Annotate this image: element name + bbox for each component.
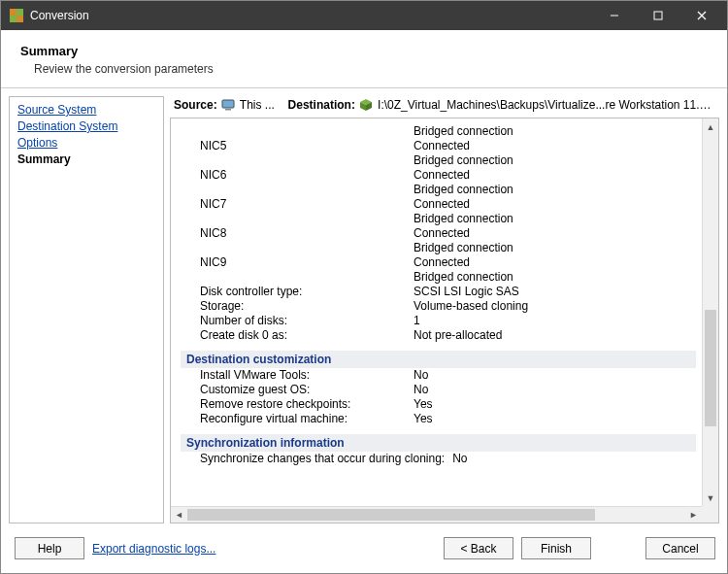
row-value: Yes (414, 397, 696, 412)
window-title: Conversion (30, 9, 592, 22)
table-row: Customize guest OS:No (181, 383, 696, 397)
table-row: NIC5Connected (181, 139, 696, 153)
vm-cube-icon (359, 98, 374, 112)
svg-rect-1 (17, 9, 23, 16)
destination-label: Destination: (288, 98, 355, 112)
vertical-scrollbar[interactable]: ▲ ▼ (702, 118, 718, 506)
conversion-window: Conversion Summary Review the conversion… (0, 0, 728, 574)
titlebar: Conversion (1, 1, 727, 30)
row-label (181, 183, 414, 197)
scroll-left-icon[interactable]: ◄ (171, 507, 187, 523)
row-value: No (452, 452, 696, 466)
table-row: Reconfigure virtual machine:Yes (181, 412, 696, 426)
row-label: Disk controller type: (181, 285, 414, 299)
table-row: NIC8Connected (181, 226, 696, 241)
table-row: Bridged connection (181, 124, 696, 139)
maximize-button[interactable] (636, 1, 679, 30)
row-value: Bridged connection (414, 241, 696, 255)
row-value: Bridged connection (414, 153, 696, 168)
table-row: Bridged connection (181, 153, 696, 168)
step-options[interactable]: Options (17, 136, 155, 150)
row-value: SCSI LSI Logic SAS (414, 285, 696, 299)
row-label: NIC5 (181, 139, 414, 153)
svg-rect-0 (10, 9, 17, 16)
section-destination-customization: Destination customization (181, 351, 696, 368)
row-value: Yes (414, 412, 696, 426)
row-label (181, 124, 414, 139)
row-label: Create disk 0 as: (181, 328, 414, 343)
row-value: Bridged connection (414, 212, 696, 226)
table-row: Synchronize changes that occur during cl… (181, 452, 696, 466)
horizontal-scrollbar[interactable]: ◄ ► (171, 506, 702, 523)
row-value: Bridged connection (414, 183, 696, 197)
row-label: Reconfigure virtual machine: (181, 412, 414, 426)
window-controls (592, 1, 723, 30)
row-label (181, 212, 414, 226)
section-synchronization: Synchronization information (181, 434, 696, 452)
table-row: Number of disks:1 (181, 314, 696, 328)
summary-panel: Source: This ... Destination: I:\0Z_Virt… (170, 96, 719, 523)
wizard-header: Summary Review the conversion parameters (1, 30, 727, 88)
table-row: Storage:Volume-based cloning (181, 299, 696, 314)
table-row: Bridged connection (181, 183, 696, 197)
row-label: Storage: (181, 299, 414, 314)
wizard-body: Source System Destination System Options… (1, 88, 727, 527)
scroll-track[interactable] (187, 507, 685, 523)
table-row: Bridged connection (181, 241, 696, 255)
svg-rect-3 (17, 16, 23, 22)
row-label: Synchronize changes that occur during cl… (181, 452, 452, 466)
row-label (181, 153, 414, 168)
close-button[interactable] (679, 1, 723, 30)
scroll-thumb[interactable] (705, 310, 716, 426)
table-row: Create disk 0 as:Not pre-allocated (181, 328, 696, 343)
row-value: Connected (414, 255, 696, 270)
scroll-down-icon[interactable]: ▼ (703, 490, 718, 506)
row-label: Install VMware Tools: (181, 368, 414, 383)
finish-button[interactable]: Finish (521, 537, 591, 559)
back-button[interactable]: < Back (444, 537, 513, 559)
svg-rect-5 (654, 12, 662, 19)
scroll-track[interactable] (703, 135, 718, 490)
app-icon (9, 8, 24, 23)
row-label (181, 270, 414, 285)
row-label: NIC8 (181, 226, 414, 241)
source-destination-bar: Source: This ... Destination: I:\0Z_Virt… (170, 96, 719, 118)
wizard-footer: Help Export diagnostic logs... < Back Fi… (1, 527, 727, 573)
page-title: Summary (20, 44, 708, 58)
step-destination-system[interactable]: Destination System (17, 119, 155, 133)
table-row: NIC7Connected (181, 197, 696, 212)
row-label: Number of disks: (181, 314, 414, 328)
scroll-right-icon[interactable]: ► (685, 507, 702, 523)
row-value: Connected (414, 139, 696, 153)
source-label: Source: (174, 98, 217, 112)
summary-content: Bridged connection NIC5Connected Bridged… (170, 118, 719, 523)
svg-rect-8 (222, 100, 234, 108)
table-row: NIC6Connected (181, 168, 696, 183)
scroll-up-icon[interactable]: ▲ (703, 118, 718, 135)
row-value: Bridged connection (414, 270, 696, 285)
minimize-button[interactable] (592, 1, 636, 30)
row-label: NIC9 (181, 255, 414, 270)
row-value: Volume-based cloning (414, 299, 696, 314)
page-subtitle: Review the conversion parameters (20, 62, 708, 76)
computer-icon (221, 98, 236, 112)
svg-rect-2 (10, 16, 17, 22)
row-value: Bridged connection (414, 124, 696, 139)
table-row: Bridged connection (181, 212, 696, 226)
row-value: Connected (414, 197, 696, 212)
table-row: Bridged connection (181, 270, 696, 285)
row-label: Customize guest OS: (181, 383, 414, 397)
row-label (181, 241, 414, 255)
row-label: NIC6 (181, 168, 414, 183)
summary-table: Bridged connection NIC5Connected Bridged… (171, 118, 702, 472)
cancel-button[interactable]: Cancel (645, 537, 715, 559)
source-value: This ... (240, 98, 275, 112)
scroll-thumb[interactable] (187, 509, 595, 521)
step-source-system[interactable]: Source System (17, 103, 155, 117)
export-logs-link[interactable]: Export diagnostic logs... (92, 542, 215, 556)
table-row: NIC9Connected (181, 255, 696, 270)
row-value: No (414, 383, 696, 397)
wizard-steps: Source System Destination System Options… (9, 96, 164, 523)
help-button[interactable]: Help (15, 537, 84, 559)
svg-rect-9 (225, 109, 231, 111)
